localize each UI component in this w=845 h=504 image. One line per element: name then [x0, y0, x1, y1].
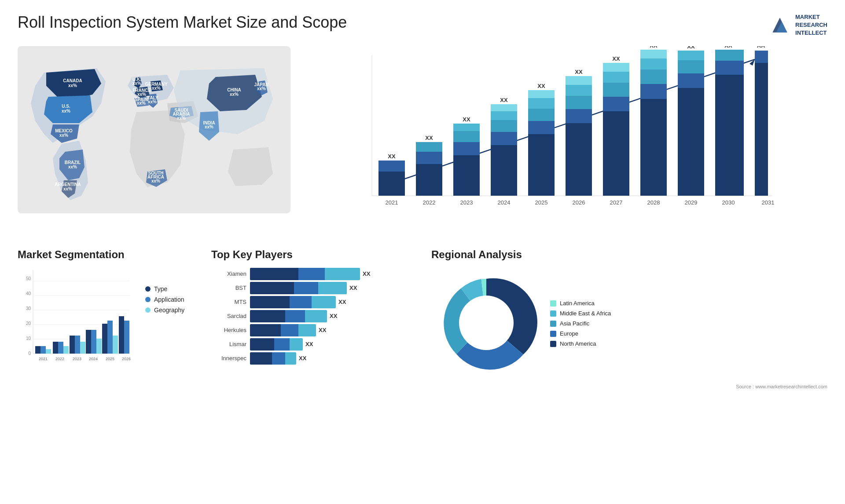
svg-text:2023: 2023 [73, 357, 81, 361]
bottom-section: Market Segmentation 0 10 20 30 40 50 [18, 248, 827, 389]
player-bar [250, 338, 303, 351]
geography-dot [145, 307, 151, 313]
svg-text:U.S.: U.S. [62, 104, 70, 109]
legend-application: Application [145, 296, 184, 303]
svg-rect-118 [40, 346, 46, 354]
svg-rect-69 [566, 109, 592, 123]
source-text: Source : www.marketresearchintellect.com [431, 384, 827, 389]
svg-text:xx%: xx% [137, 101, 146, 106]
svg-text:xx%: xx% [132, 81, 141, 86]
svg-text:XX: XX [724, 46, 732, 49]
player-name: Xiamen [211, 270, 246, 277]
players-list: Xiamen XX BST [211, 268, 422, 365]
growth-chart-section: XX 2021 XX 2022 XX 2023 [308, 46, 827, 231]
list-item: Sarclad XX [211, 310, 422, 322]
player-name: MTS [211, 299, 246, 305]
svg-text:2026: 2026 [573, 199, 585, 206]
asia-pacific-label: Asia Pacific [560, 320, 589, 327]
list-item: Xiamen XX [211, 268, 422, 280]
svg-text:xx%: xx% [151, 179, 160, 183]
svg-rect-117 [35, 346, 40, 354]
svg-text:2027: 2027 [610, 199, 623, 206]
player-bar [250, 282, 347, 294]
svg-rect-79 [603, 63, 629, 72]
regional-legend: Latin America Middle East & Africa Asia … [550, 300, 611, 347]
bar-seg2 [294, 282, 318, 294]
svg-rect-48 [453, 155, 480, 196]
logo: MARKET RESEARCH INTELLECT [769, 13, 827, 37]
svg-text:2022: 2022 [55, 357, 64, 361]
player-bar [250, 296, 336, 308]
svg-rect-123 [63, 346, 69, 354]
svg-rect-125 [70, 336, 75, 354]
player-name: Herkules [211, 327, 246, 333]
player-value: XX [338, 299, 346, 305]
svg-rect-137 [119, 316, 124, 354]
player-name: Innerspec [211, 355, 246, 362]
svg-rect-61 [528, 134, 555, 196]
bar-seg1 [250, 324, 281, 336]
player-bar-container: XX [250, 296, 422, 308]
svg-text:xx%: xx% [59, 133, 68, 138]
player-bar-container: XX [250, 310, 422, 322]
svg-text:2024: 2024 [89, 357, 98, 361]
page-title: Roll Inspection System Market Size and S… [18, 13, 347, 32]
world-map-section: CANADA xx% U.S. xx% MEXICO xx% BRAZIL xx… [18, 46, 290, 231]
player-value: XX [305, 341, 313, 347]
svg-text:2025: 2025 [535, 199, 548, 206]
regional-container: Latin America Middle East & Africa Asia … [431, 268, 827, 380]
svg-text:xx%: xx% [230, 92, 239, 97]
svg-text:50: 50 [26, 276, 31, 281]
north-america-box [550, 341, 556, 347]
svg-rect-63 [528, 109, 555, 121]
svg-text:10: 10 [26, 336, 31, 341]
svg-text:xx%: xx% [62, 109, 70, 113]
logo-icon [769, 14, 791, 36]
svg-rect-97 [715, 50, 744, 61]
application-dot [145, 297, 151, 302]
type-dot [145, 286, 151, 292]
player-bar-container: XX [250, 352, 422, 365]
svg-text:XX: XX [687, 46, 695, 50]
svg-text:2031: 2031 [762, 199, 775, 206]
svg-text:xx%: xx% [68, 164, 77, 169]
svg-rect-129 [86, 330, 91, 354]
svg-text:xx%: xx% [152, 86, 161, 91]
svg-text:2025: 2025 [106, 357, 114, 361]
svg-rect-77 [603, 83, 629, 97]
legend-item-latin-america: Latin America [550, 300, 611, 307]
bar-seg3 [325, 268, 360, 280]
svg-text:20: 20 [26, 321, 31, 326]
svg-text:40: 40 [26, 291, 31, 296]
list-item: Lismar XX [211, 338, 422, 351]
market-seg-title: Market Segmentation [18, 248, 202, 261]
donut-chart [431, 268, 541, 380]
svg-rect-95 [715, 75, 744, 196]
svg-text:xx%: xx% [177, 116, 186, 121]
bar-seg2 [298, 268, 325, 280]
player-name: Lismar [211, 341, 246, 347]
latin-america-label: Latin America [560, 300, 595, 307]
europe-box [550, 331, 556, 337]
svg-text:XX: XX [537, 83, 545, 89]
svg-text:xx%: xx% [63, 186, 72, 191]
svg-text:2024: 2024 [498, 199, 511, 206]
bar-seg3 [298, 324, 316, 336]
svg-text:2021: 2021 [386, 199, 398, 206]
bar-seg3 [318, 282, 347, 294]
europe-label: Europe [560, 330, 578, 337]
svg-rect-134 [107, 321, 113, 354]
svg-text:xx%: xx% [68, 83, 77, 88]
key-players-title: Top Key Players [211, 248, 422, 261]
player-bar [250, 324, 316, 336]
svg-text:XX: XX [388, 153, 396, 160]
key-players-section: Top Key Players Xiamen XX BST [211, 248, 422, 365]
svg-text:XX: XX [425, 135, 433, 141]
svg-rect-122 [58, 342, 63, 354]
svg-rect-70 [566, 96, 592, 109]
list-item: MTS XX [211, 296, 422, 308]
svg-rect-57 [491, 111, 517, 120]
player-bar [250, 310, 327, 322]
bar-seg2 [272, 352, 285, 365]
player-value: XX [349, 285, 357, 291]
